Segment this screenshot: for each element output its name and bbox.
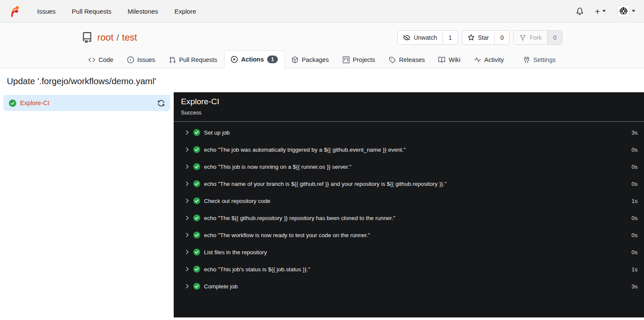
nav-item-milestones[interactable]: Milestones (128, 8, 158, 15)
tab-code-label: Code (99, 56, 114, 63)
eye-slash-icon (403, 34, 410, 41)
check-circle-icon (9, 100, 16, 107)
check-circle-icon (193, 214, 200, 221)
step-duration: 0s (632, 232, 638, 238)
chevron-right-icon[interactable] (184, 232, 190, 238)
bell-icon (576, 8, 583, 15)
check-circle-icon (193, 146, 200, 153)
step-label: echo "The ${{ github.repository }} repos… (204, 215, 395, 221)
job-name: Explore-CI (20, 100, 50, 106)
step-row[interactable]: echo "This job is now running on a ${{ r… (174, 158, 644, 175)
chevron-right-icon[interactable] (184, 163, 190, 170)
job-item-explore-ci[interactable]: Explore-CI (3, 95, 170, 111)
tab-wiki[interactable]: Wiki (431, 51, 467, 68)
tab-releases[interactable]: Releases (382, 51, 431, 68)
step-row[interactable]: echo "The ${{ github.repository }} repos… (174, 209, 644, 226)
repo-name-link[interactable]: test (122, 32, 137, 43)
chevron-right-icon[interactable] (184, 197, 190, 204)
chevron-right-icon[interactable] (184, 214, 190, 221)
repo-header: root / test Unwatch 1 (0, 23, 644, 68)
fork-button: Fork 0 (513, 30, 562, 45)
step-duration: 0s (632, 249, 638, 255)
step-duration: 3s (632, 283, 638, 290)
forgejo-logo-icon[interactable] (9, 6, 20, 17)
project-icon (343, 56, 350, 63)
nav-item-explore[interactable]: Explore (175, 8, 196, 15)
tab-issues-label: Issues (137, 56, 155, 63)
step-row[interactable]: List files in the repository 0s (174, 244, 644, 261)
tab-packages-label: Packages (302, 56, 329, 63)
step-row[interactable]: echo "The workflow is now ready to test … (174, 226, 644, 244)
jobs-sidebar: Explore-CI (0, 92, 174, 317)
step-duration: 0s (632, 164, 638, 170)
chevron-right-icon[interactable] (184, 266, 190, 273)
chevron-right-icon[interactable] (184, 283, 190, 290)
watchers-count[interactable]: 1 (443, 31, 458, 44)
repo-tabs: Code Issues Pull Requests Actions 1 (82, 50, 562, 68)
step-row[interactable]: echo "The name of your branch is ${{ git… (174, 175, 644, 192)
unwatch-button[interactable]: Unwatch 1 (397, 30, 458, 45)
tab-wiki-label: Wiki (449, 56, 460, 63)
avatar (618, 5, 629, 17)
step-duration: 1s (632, 198, 638, 204)
chevron-right-icon[interactable] (184, 146, 190, 153)
tab-code[interactable]: Code (82, 51, 120, 68)
repo-owner-link[interactable]: root (97, 32, 114, 43)
step-row[interactable]: echo "The job was automatically triggere… (174, 141, 644, 158)
step-row[interactable]: echo "This job's status is ${{ job.statu… (174, 261, 644, 278)
check-circle-icon (193, 129, 200, 136)
fork-label: Fork (530, 34, 542, 41)
nav-item-pull-requests[interactable]: Pull Requests (72, 8, 111, 15)
fork-icon (519, 34, 526, 41)
chevron-right-icon[interactable] (184, 249, 190, 255)
tab-actions-label: Actions (241, 56, 264, 63)
chevron-right-icon[interactable] (184, 129, 190, 136)
step-list: Set up job 3s echo "The job was automati… (174, 122, 644, 295)
tab-releases-label: Releases (399, 56, 425, 63)
check-circle-icon (193, 180, 200, 187)
check-circle-icon (193, 163, 200, 170)
stars-count[interactable]: 0 (495, 31, 509, 44)
tab-issues[interactable]: Issues (120, 51, 162, 68)
code-icon (88, 56, 95, 63)
step-duration: 0s (632, 215, 638, 221)
step-label: Set up job (204, 129, 230, 136)
star-button[interactable]: Star 0 (462, 30, 510, 45)
tab-pull-requests-label: Pull Requests (179, 56, 217, 63)
chevron-down-icon (602, 10, 606, 12)
tab-activity[interactable]: Activity (467, 51, 511, 68)
step-label: List files in the repository (204, 249, 267, 255)
step-row[interactable]: Check out repository code 1s (174, 192, 644, 209)
unwatch-label: Unwatch (414, 34, 437, 41)
actions-count-badge: 1 (267, 56, 278, 63)
check-circle-icon (193, 249, 200, 255)
chevron-right-icon[interactable] (184, 180, 190, 187)
tab-settings[interactable]: Settings (516, 51, 562, 68)
create-new-button[interactable]: + (595, 7, 606, 16)
step-row[interactable]: Complete job 3s (174, 278, 644, 295)
step-duration: 3s (632, 129, 638, 136)
tag-icon (389, 56, 396, 63)
top-navbar: Issues Pull Requests Milestones Explore … (0, 0, 644, 23)
notifications-button[interactable] (576, 8, 583, 15)
tab-projects-label: Projects (353, 56, 375, 63)
tab-packages[interactable]: Packages (285, 51, 336, 68)
navbar-right: + (576, 5, 635, 17)
log-job-title: Explore-CI (181, 97, 637, 106)
log-header: Explore-CI Success (174, 92, 644, 122)
step-row[interactable]: Set up job 3s (174, 124, 644, 141)
forks-count: 0 (548, 31, 562, 44)
check-circle-icon (193, 283, 200, 290)
log-job-status: Success (181, 110, 637, 116)
tab-projects[interactable]: Projects (336, 51, 382, 68)
nav-item-issues[interactable]: Issues (37, 8, 55, 15)
run-title: Update '.forgejo/workflows/demo.yaml' (0, 68, 644, 92)
tab-actions[interactable]: Actions 1 (224, 50, 285, 68)
tab-pull-requests[interactable]: Pull Requests (162, 51, 224, 68)
step-label: Complete job (204, 283, 238, 290)
rerun-job-icon[interactable] (157, 100, 165, 107)
check-circle-icon (193, 197, 200, 204)
user-menu-button[interactable] (618, 5, 635, 17)
step-label: echo "The job was automatically triggere… (204, 147, 406, 153)
repo-separator: / (117, 32, 119, 43)
